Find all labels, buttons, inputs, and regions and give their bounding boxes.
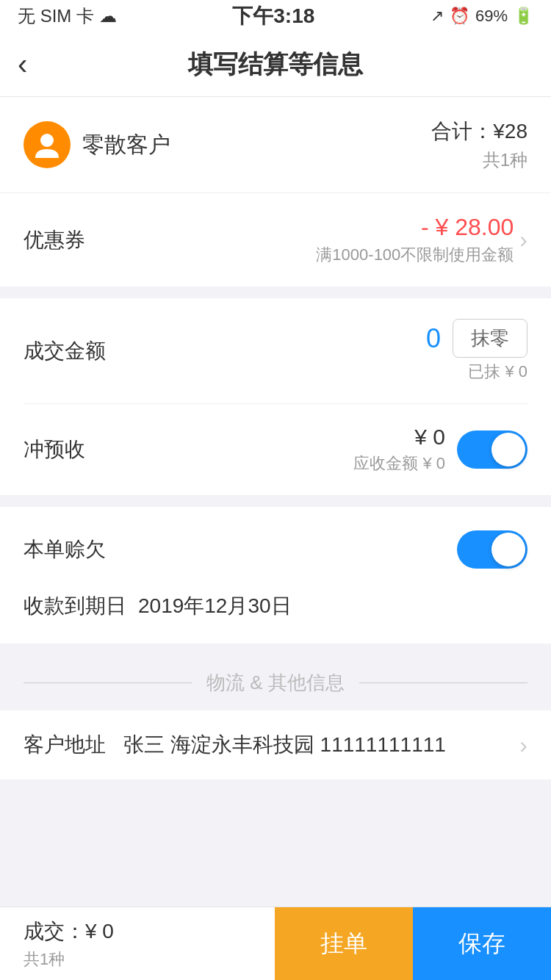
prereceive-sub: 应收金额 ¥ 0 [353, 453, 445, 475]
prereceive-label: 冲预收 [24, 436, 85, 464]
battery-icon: 🔋 [514, 7, 533, 26]
location-icon: ↗ [431, 7, 444, 26]
prereceive-row: 冲预收 ¥ 0 应收金额 ¥ 0 [24, 404, 527, 495]
debt-section: 本单赊欠 收款到期日 2019年12月30日 [0, 507, 551, 644]
customer-section: 零散客户 合计：¥28 共1种 优惠券 - ¥ 28.00 满1000-100不… [0, 97, 551, 287]
debt-row: 本单赊欠 [0, 507, 551, 592]
debt-toggle[interactable] [457, 530, 527, 569]
alarm-icon: ⏰ [450, 7, 469, 26]
transaction-right: 0 抹零 已抹 ¥ 0 [426, 319, 527, 383]
logistics-line-left [24, 682, 192, 683]
debt-toggle-knob [491, 533, 525, 566]
status-bar: 无 SIM 卡 ☁ 下午3:18 ↗ ⏰ 69% 🔋 [0, 0, 551, 32]
address-row[interactable]: 客户地址 张三 海淀永丰科技园 11111111111 › [0, 710, 551, 779]
coupon-amount: - ¥ 28.00 [316, 214, 514, 241]
transaction-amount-row: 0 抹零 [426, 319, 527, 358]
coupon-value: - ¥ 28.00 满1000-100不限制使用金额 [316, 214, 514, 266]
status-left: 无 SIM 卡 ☁ [18, 4, 117, 28]
debt-label: 本单赊欠 [24, 536, 106, 563]
status-time: 下午3:18 [232, 2, 314, 30]
bottom-count: 共1种 [24, 948, 251, 970]
bottom-info: 成交：¥ 0 共1种 [0, 918, 275, 970]
address-value: 张三 海淀永丰科技园 11111111111 [123, 731, 519, 759]
logistics-divider: 物流 & 其他信息 [0, 655, 551, 710]
coupon-desc: 满1000-100不限制使用金额 [316, 244, 514, 266]
address-chevron-icon: › [519, 732, 527, 759]
page-title: 填写结算等信息 [188, 48, 363, 82]
toggle-knob [491, 433, 525, 466]
total-count: 共1种 [431, 148, 527, 172]
avatar [24, 121, 71, 168]
bottom-amount: 成交：¥ 0 [24, 918, 251, 945]
total-amount: 合计：¥28 [431, 118, 527, 145]
back-button[interactable]: ‹ [18, 48, 27, 81]
customer-info-left: 零散客户 [24, 121, 170, 168]
bottom-bar: 成交：¥ 0 共1种 挂单 保存 [0, 907, 551, 980]
battery-level: 69% [475, 7, 508, 26]
transaction-row: 成交金额 0 抹零 已抹 ¥ 0 [24, 298, 527, 404]
customer-name: 零散客户 [82, 130, 170, 160]
logistics-label: 物流 & 其他信息 [192, 670, 359, 696]
transaction-amount: 0 [426, 323, 441, 354]
save-button[interactable]: 保存 [413, 907, 551, 981]
round-button[interactable]: 抹零 [453, 319, 527, 358]
prereceive-value: ¥ 0 应收金额 ¥ 0 [353, 425, 445, 475]
due-date-row: 收款到期日 2019年12月30日 [0, 592, 551, 644]
prereceive-amount: ¥ 0 [353, 425, 445, 450]
svg-point-0 [40, 134, 54, 147]
coupon-row[interactable]: 优惠券 - ¥ 28.00 满1000-100不限制使用金额 › [0, 192, 551, 287]
transaction-section: 成交金额 0 抹零 已抹 ¥ 0 冲预收 ¥ 0 应收金额 ¥ 0 [0, 298, 551, 495]
address-section: 客户地址 张三 海淀永丰科技园 11111111111 › [0, 710, 551, 779]
customer-row: 零散客户 合计：¥28 共1种 [0, 97, 551, 192]
sim-status: 无 SIM 卡 ☁ [18, 4, 117, 28]
due-date-label: 收款到期日 [24, 592, 126, 620]
logistics-wrapper: 物流 & 其他信息 [24, 670, 527, 696]
logistics-line-right [359, 682, 527, 683]
pending-button[interactable]: 挂单 [275, 907, 413, 981]
transaction-sub: 已抹 ¥ 0 [426, 361, 527, 383]
prereceive-right: ¥ 0 应收金额 ¥ 0 [353, 425, 527, 475]
coupon-right: - ¥ 28.00 满1000-100不限制使用金额 › [316, 214, 527, 266]
bottom-transaction-label: 成交： [24, 920, 85, 943]
chevron-right-icon: › [519, 226, 527, 253]
nav-bar: ‹ 填写结算等信息 [0, 32, 551, 97]
address-label: 客户地址 [24, 731, 106, 759]
prereceive-toggle[interactable] [457, 430, 527, 469]
due-date-value: 2019年12月30日 [138, 592, 292, 620]
status-right: ↗ ⏰ 69% 🔋 [431, 7, 533, 26]
customer-summary: 合计：¥28 共1种 [431, 118, 527, 172]
coupon-label: 优惠券 [24, 226, 85, 254]
transaction-label: 成交金额 [24, 337, 106, 365]
bottom-transaction-amount: ¥ 0 [85, 920, 114, 943]
